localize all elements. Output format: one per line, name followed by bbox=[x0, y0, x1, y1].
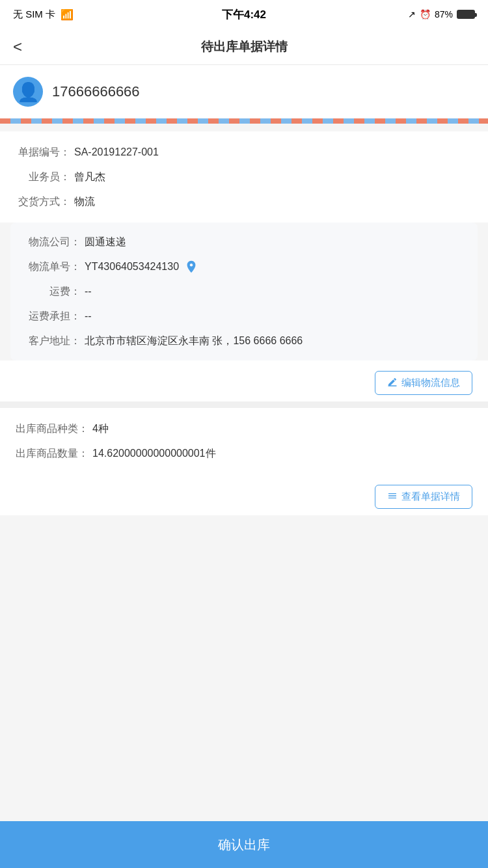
tracking-no-row: 物流单号： YT43064053424130 bbox=[26, 259, 462, 275]
nav-bar: < 待出库单据详情 bbox=[0, 29, 488, 65]
delivery-method-row: 交货方式： 物流 bbox=[16, 194, 472, 210]
page-title: 待出库单据详情 bbox=[201, 38, 288, 55]
map-pin-icon bbox=[184, 260, 198, 274]
alarm-icon: ⏰ bbox=[420, 9, 431, 20]
freight-label: 运费： bbox=[26, 284, 85, 299]
logistics-company-row: 物流公司： 圆通速递 bbox=[26, 234, 462, 250]
edit-icon bbox=[387, 377, 398, 389]
carrier-text: 无 SIM 卡 bbox=[13, 8, 55, 21]
gray-separator bbox=[0, 401, 488, 408]
quantity-label: 出库商品数量： bbox=[16, 446, 92, 461]
sku-count-value: 4种 bbox=[92, 421, 472, 437]
view-detail-section: 查看单据详情 bbox=[0, 474, 488, 515]
order-info-section: 单据编号： SA-20191227-001 业务员： 曾凡杰 交货方式： 物流 bbox=[0, 131, 488, 223]
avatar: 👤 bbox=[13, 77, 43, 107]
address-row: 客户地址： 北京市市辖区海淀区永丰南 张，156 6666 6666 bbox=[26, 333, 462, 349]
status-time: 下午4:42 bbox=[222, 7, 266, 22]
status-left: 无 SIM 卡 📶 bbox=[13, 8, 74, 21]
freight-bearer-row: 运费承担： -- bbox=[26, 308, 462, 324]
order-no-row: 单据编号： SA-20191227-001 bbox=[16, 144, 472, 160]
tracking-no-value: YT43064053424130 bbox=[85, 259, 462, 275]
battery-percent: 87% bbox=[435, 9, 453, 20]
detail-icon bbox=[387, 491, 398, 503]
view-detail-button[interactable]: 查看单据详情 bbox=[375, 485, 472, 509]
logistics-company-label: 物流公司： bbox=[26, 234, 85, 250]
edit-logistics-button[interactable]: 编辑物流信息 bbox=[375, 371, 472, 395]
spacer bbox=[0, 515, 488, 645]
freight-bearer-value: -- bbox=[85, 308, 462, 324]
salesman-value: 曾凡杰 bbox=[74, 169, 472, 185]
logistics-company-value: 圆通速递 bbox=[85, 234, 462, 250]
battery-icon bbox=[457, 10, 475, 19]
order-no-label: 单据编号： bbox=[16, 144, 74, 160]
freight-value: -- bbox=[85, 284, 462, 299]
location-status-icon: ↗ bbox=[408, 9, 416, 20]
logistics-card: 物流公司： 圆通速递 物流单号： YT43064053424130 运费： --… bbox=[10, 223, 478, 360]
outbound-section: 出库商品种类： 4种 出库商品数量： 14.62000000000000001件 bbox=[0, 408, 488, 474]
edit-logistics-section: 编辑物流信息 bbox=[0, 360, 488, 401]
confirm-button-label: 确认出库 bbox=[218, 836, 270, 854]
status-bar: 无 SIM 卡 📶 下午4:42 ↗ ⏰ 87% bbox=[0, 0, 488, 29]
salesman-row: 业务员： 曾凡杰 bbox=[16, 169, 472, 185]
edit-logistics-label: 编辑物流信息 bbox=[401, 377, 460, 389]
confirm-button[interactable]: 确认出库 bbox=[0, 821, 488, 868]
delivery-method-value: 物流 bbox=[74, 194, 472, 210]
quantity-row: 出库商品数量： 14.62000000000000001件 bbox=[16, 446, 472, 461]
dashed-divider bbox=[0, 118, 488, 124]
view-detail-label: 查看单据详情 bbox=[401, 491, 460, 503]
back-button[interactable]: < bbox=[8, 33, 27, 61]
freight-bearer-label: 运费承担： bbox=[26, 308, 85, 324]
freight-row: 运费： -- bbox=[26, 284, 462, 299]
sku-count-label: 出库商品种类： bbox=[16, 421, 92, 437]
customer-header: 👤 17666666666 bbox=[0, 65, 488, 118]
svg-rect-0 bbox=[388, 385, 396, 386]
user-icon: 👤 bbox=[17, 81, 40, 103]
order-no-value: SA-20191227-001 bbox=[74, 144, 472, 160]
sku-count-row: 出库商品种类： 4种 bbox=[16, 421, 472, 437]
salesman-label: 业务员： bbox=[16, 169, 74, 185]
customer-phone: 17666666666 bbox=[52, 83, 140, 100]
wifi-icon: 📶 bbox=[61, 8, 74, 21]
address-value: 北京市市辖区海淀区永丰南 张，156 6666 6666 bbox=[85, 333, 462, 349]
quantity-value: 14.62000000000000001件 bbox=[92, 446, 472, 461]
status-right: ↗ ⏰ 87% bbox=[408, 9, 475, 20]
delivery-method-label: 交货方式： bbox=[16, 194, 74, 210]
tracking-no-label: 物流单号： bbox=[26, 259, 85, 275]
address-label: 客户地址： bbox=[26, 333, 85, 349]
